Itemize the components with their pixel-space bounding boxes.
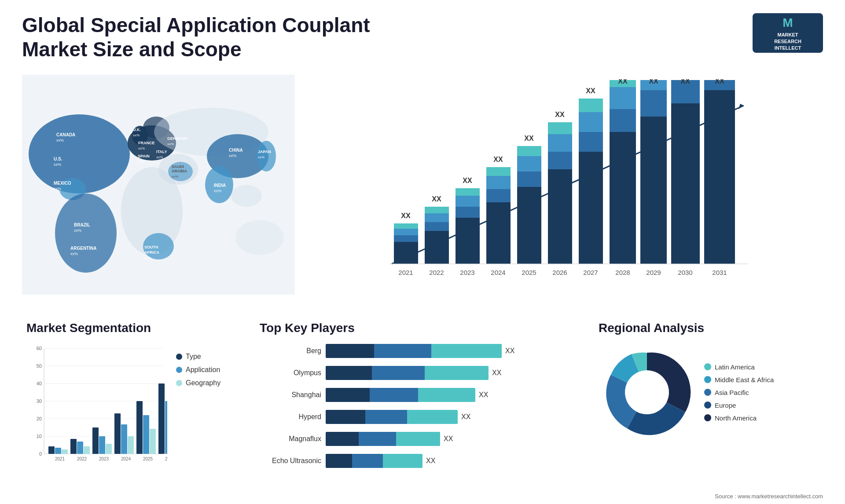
svg-text:2025: 2025 [143, 457, 153, 461]
geo-dot [176, 380, 182, 386]
svg-rect-59 [425, 213, 449, 222]
main-grid: CANADA xx% U.S. xx% MEXICO xx% BRAZIL xx… [22, 75, 823, 480]
svg-text:xx%: xx% [133, 133, 140, 137]
asia-pacific-label: Asia Pacific [715, 389, 749, 396]
svg-text:xx%: xx% [167, 142, 174, 146]
svg-text:XX: XX [432, 195, 441, 203]
mea-label: Middle East & Africa [715, 376, 774, 383]
svg-rect-140 [114, 413, 121, 454]
svg-text:XX: XX [715, 79, 724, 85]
player-name-shanghai: Shanghai [260, 391, 321, 399]
svg-rect-90 [579, 99, 603, 112]
svg-rect-136 [92, 427, 99, 454]
legend-north-america: North America [704, 414, 774, 422]
svg-rect-102 [671, 103, 700, 264]
logo-line3: INTELLECT [775, 45, 801, 51]
svg-rect-148 [158, 383, 165, 454]
player-value-echo: XX [426, 457, 435, 465]
svg-text:2023: 2023 [99, 457, 109, 461]
svg-text:SAUDI: SAUDI [172, 164, 184, 169]
svg-rect-146 [150, 429, 156, 454]
svg-text:10: 10 [37, 434, 42, 439]
svg-rect-145 [143, 415, 149, 454]
svg-rect-77 [517, 156, 541, 172]
svg-rect-94 [610, 109, 636, 132]
svg-rect-132 [70, 439, 77, 454]
svg-text:INDIA: INDIA [214, 183, 226, 188]
svg-rect-70 [486, 189, 511, 202]
segmentation-chart: 60 50 40 30 20 10 0 [26, 344, 167, 467]
player-bar-berg: XX [326, 344, 577, 358]
svg-text:XX: XX [649, 79, 658, 85]
svg-rect-138 [106, 444, 112, 454]
svg-text:xx%: xx% [172, 175, 178, 179]
svg-text:2028: 2028 [615, 269, 630, 276]
svg-rect-144 [136, 401, 143, 454]
logo-container: M MARKET RESEARCH INTELLECT [753, 13, 823, 53]
svg-rect-83 [548, 134, 572, 152]
player-bar-echo: XX [326, 454, 577, 468]
svg-rect-93 [610, 132, 636, 264]
svg-rect-82 [548, 152, 572, 169]
svg-rect-89 [579, 112, 603, 132]
player-name-berg: Berg [260, 347, 321, 355]
svg-text:JAPAN: JAPAN [258, 150, 271, 154]
segmentation-title: Market Segmentation [26, 321, 238, 335]
app-label: Application [186, 366, 220, 374]
player-name-magnaflux: Magnaflux [260, 435, 321, 443]
svg-rect-63 [456, 218, 480, 264]
logo-line2: RESEARCH [774, 38, 801, 45]
svg-text:ARABIA: ARABIA [172, 169, 187, 173]
svg-text:CHINA: CHINA [229, 148, 243, 153]
svg-rect-54 [394, 223, 418, 229]
svg-point-15 [231, 185, 262, 207]
player-value-hyperd: XX [461, 413, 470, 421]
svg-text:XX: XX [555, 111, 565, 118]
svg-text:AFRICA: AFRICA [144, 250, 159, 255]
player-bar-hyperd: XX [326, 410, 577, 424]
svg-rect-57 [425, 231, 449, 264]
svg-text:2026: 2026 [552, 269, 567, 276]
legend-application: Application [176, 366, 220, 374]
svg-text:2031: 2031 [712, 269, 727, 276]
legend-europe: Europe [704, 402, 774, 409]
svg-rect-137 [99, 436, 105, 454]
svg-rect-78 [517, 146, 541, 156]
player-row-berg: Berg XX [260, 344, 577, 358]
svg-rect-105 [704, 90, 735, 264]
svg-rect-129 [55, 448, 61, 454]
svg-text:U.K.: U.K. [133, 128, 141, 132]
player-bar-shanghai: XX [326, 388, 577, 402]
donut-container: Latin America Middle East & Africa Asia … [599, 344, 819, 441]
player-name-olympus: Olympus [260, 369, 321, 377]
svg-rect-60 [425, 207, 449, 213]
geo-label: Geography [186, 379, 220, 387]
svg-rect-65 [456, 196, 480, 207]
svg-text:xx%: xx% [214, 189, 221, 193]
player-bar-magnaflux: XX [326, 432, 577, 446]
svg-text:60: 60 [37, 346, 42, 351]
legend-asia-pacific: Asia Pacific [704, 389, 774, 396]
world-map-section: CANADA xx% U.S. xx% MEXICO xx% BRAZIL xx… [22, 75, 295, 303]
page-container: Global Special Application Couplant Mark… [0, 0, 845, 504]
svg-rect-69 [486, 202, 511, 264]
svg-point-16 [235, 220, 284, 255]
svg-text:xx%: xx% [229, 153, 236, 158]
svg-rect-130 [62, 449, 68, 454]
player-row-shanghai: Shanghai XX [260, 388, 577, 402]
svg-text:2021: 2021 [398, 269, 413, 276]
svg-text:2029: 2029 [646, 269, 661, 276]
svg-rect-88 [579, 132, 603, 152]
player-value-olympus: XX [492, 369, 501, 377]
svg-text:XX: XX [463, 177, 472, 184]
svg-rect-51 [394, 242, 418, 264]
player-row-echo: Echo Ultrasonic XX [260, 454, 577, 468]
player-row-hyperd: Hyperd XX [260, 410, 577, 424]
svg-text:BRAZIL: BRAZIL [74, 223, 90, 227]
legend-latin-america: Latin America [704, 363, 774, 371]
svg-text:0: 0 [39, 451, 42, 457]
player-row-magnaflux: Magnaflux XX [260, 432, 577, 446]
svg-text:xx%: xx% [156, 155, 163, 159]
svg-text:xx%: xx% [54, 186, 61, 191]
svg-text:2024: 2024 [491, 269, 505, 276]
